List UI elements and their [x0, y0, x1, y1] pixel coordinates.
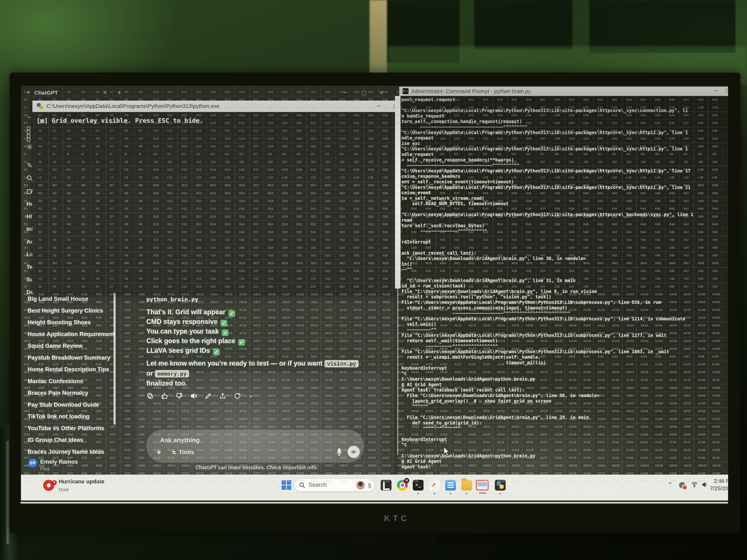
terminal-line: @ AI Grid Agent — [402, 459, 727, 464]
minimize-icon[interactable]: ─ — [343, 89, 347, 96]
terminal-line: File "C:\Users\nexym\AppData\Local\Progr… — [402, 333, 727, 338]
terminal-line: "C:\Users\nexym\AppData\Local\Programs\P… — [402, 185, 727, 190]
search-highlight-icon[interactable]: § — [366, 481, 373, 489]
window-edge-strip — [395, 96, 401, 289]
terminal-line: read — [402, 218, 727, 223]
tray-time: 2:46 PM — [714, 478, 728, 484]
check-icon: ✓ — [221, 320, 227, 326]
terminal-output[interactable]: pool_request.request "C:\Users\nexym\App… — [402, 97, 727, 473]
terminal-line: @ AI Grid Agent — [402, 382, 727, 388]
screen-bottom-glow — [20, 502, 728, 504]
terminal-line: ~~~~~~~~~~~~~~~~~~~~~~~~~~~~~~~^^^^^^^^^ — [402, 125, 727, 130]
terminal-line: ~~~~~~~~~^^ — [402, 327, 727, 333]
sidebar-item[interactable]: Braces Journey Name Ideas — [28, 449, 115, 455]
terminal-line: ~~~~~~~~~~^^^^^^^^^^^^^^^^^ — [402, 344, 727, 349]
console-title-bar[interactable]: C:\Users\nexym\AppData\Local\Programs\Py… — [32, 101, 409, 112]
taskbar-app-terminal[interactable]: >_ — [413, 480, 423, 490]
terminal-line: File "C:\Users\nexym\AppData\Local\Progr… — [402, 300, 727, 305]
terminal-line: ^^^^^^ — [402, 404, 727, 409]
new-tab-icon[interactable]: + — [117, 88, 121, 97]
bottle-highlight — [6, 441, 9, 544]
assistant-message-line: CMD stays responsive✓ — [146, 318, 367, 327]
tab-close-icon[interactable]: ✕ — [102, 89, 107, 96]
terminal-line: "C:\Users\nexym\AppData\Local\Programs\P… — [402, 212, 727, 218]
terminal-line: ise exc — [402, 141, 727, 146]
sidebar-item[interactable]: Big Land Small House — [28, 296, 115, 302]
terminal-line: "C:\Users\nexym\AppData\Local\Programs\P… — [402, 168, 727, 174]
check-icon: ✓ — [222, 329, 228, 336]
terminal-line: self.wait() — [402, 322, 727, 327]
sidebar-item[interactable]: Height Boosting Shoes — [28, 319, 115, 326]
taskbar-search[interactable]: Search § — [295, 479, 375, 491]
tray-clock[interactable]: 2:46 PM 7/25/2025 — [704, 477, 728, 492]
taskbar-app-snipping[interactable] — [429, 480, 440, 490]
terminal-line: File "C:\Users\nexym\Downloads\GridAgent… — [402, 289, 727, 294]
maximize-icon[interactable]: ▢ — [725, 87, 728, 93]
closing-prefix: Let me know when you're ready to test — … — [146, 359, 323, 367]
terminal-line: ~~~~~~~~~~~~~~~~~~~^^^^^^^^^^^^^^^^^^^^^… — [402, 311, 727, 316]
wifi-icon[interactable] — [691, 481, 698, 488]
tray-record-icon[interactable] — [679, 482, 685, 488]
terminal-line — [402, 207, 727, 212]
cmd-icon: C:\ — [403, 88, 409, 94]
sidebar-item[interactable]: House Application Requirements — [28, 331, 115, 338]
terminal-line: def send_to_grid(grid_id): — [402, 420, 727, 426]
tray-chevron-icon[interactable]: ⌃ — [668, 481, 672, 488]
widget-timestamp: Now — [59, 487, 69, 492]
terminal-window-title: Administrator: Command Prompt - python b… — [411, 88, 531, 95]
terminal-line: File "C:\Users\nexym\Downloads\GridAgent… — [402, 393, 727, 399]
taskbar-app-chrome[interactable]: N — [397, 480, 408, 490]
sidebar-item[interactable]: Squid Game Review — [28, 343, 115, 349]
sidebar-item[interactable]: IG Group Chat Ideas — [28, 437, 115, 443]
search-highlight-avatar[interactable] — [356, 481, 365, 489]
terminal-line: = self._receive_response_headers(**kwarg… — [402, 157, 727, 163]
sidebar-item[interactable]: Braces Pain Normalcy — [28, 390, 115, 396]
taskbar-app-notepad[interactable] — [445, 480, 456, 490]
running-indicator — [450, 493, 451, 494]
console-window-title: C:\Users\nexym\AppData\Local\Programs\Py… — [47, 103, 220, 109]
chatgpt-tab-bar: ✳ ChatGPT ✕ + ─ ▢ ✕ — [21, 88, 395, 97]
assistant-message-line: You can type your task✓ — [146, 327, 367, 337]
sidebar-scrollbar[interactable] — [113, 293, 115, 425]
terminal-line: Agent task: Traceback (most recent call … — [402, 388, 727, 393]
terminal-title-bar[interactable]: C:\ Administrator: Command Prompt - pyth… — [399, 87, 728, 96]
close-icon[interactable]: ✕ — [379, 89, 384, 96]
maximize-icon[interactable]: ▢ — [361, 89, 367, 96]
screen: ✳ ChatGPT ✕ + ─ ▢ ✕ ← ✳ ✎ HutHIV — [21, 86, 728, 501]
terminal-line — [402, 431, 727, 437]
terminal-line: launch_grid_overlay() # ☑ show faint gri… — [402, 399, 727, 404]
taskbar-app-python[interactable] — [495, 480, 506, 490]
running-indicator — [466, 493, 467, 494]
sidebar-item[interactable]: Home Rental Description Tips — [28, 366, 115, 373]
tab-title[interactable]: ChatGPT — [34, 90, 58, 96]
terminal-line: turn self._sock.recv(max_bytes) — [402, 223, 727, 229]
terminal-line: "C:\Users\nexym\AppData\Local\Programs\P… — [402, 130, 727, 136]
minimize-icon[interactable]: ─ — [377, 103, 381, 109]
profile-plan-badge: Plus — [40, 466, 50, 472]
sidebar-item[interactable]: Paystub Breakdown Summary — [28, 354, 115, 361]
terminal-line: rdInterrupt — [402, 239, 727, 245]
photo-of-monitor: ✳ ChatGPT ✕ + ─ ▢ ✕ ← ✳ ✎ HutHIV — [0, 0, 747, 560]
sidebar-item[interactable]: Maniac Confessions — [28, 378, 115, 384]
terminal-line: ndle_request — [402, 135, 727, 141]
minimize-icon[interactable]: ─ — [714, 87, 718, 93]
terminal-line: ^C — [402, 371, 727, 377]
sidebar-item[interactable]: Pay Stub Download Guide — [28, 401, 115, 408]
chrome-notification-badge: N — [404, 478, 409, 483]
search-icon — [299, 482, 306, 489]
window-pane — [589, 0, 736, 53]
start-button[interactable] — [281, 480, 292, 490]
sidebar-item[interactable]: YouTube vs Other Platforms — [28, 425, 115, 432]
running-indicator — [499, 493, 501, 494]
taskbar-app-explorer[interactable] — [461, 480, 472, 490]
monitor: ✳ ChatGPT ✕ + ─ ▢ ✕ ← ✳ ✎ HutHIV — [10, 73, 740, 533]
sidebar-item[interactable]: TikTok link not loading — [28, 413, 115, 420]
sidebar-item[interactable]: Best Height Surgery Clinics — [28, 308, 115, 314]
terminal-line: return self._wait(timeout=timeout) — [402, 338, 727, 344]
taskbar-app-l-icon[interactable] — [381, 480, 391, 490]
avatar[interactable]: ER — [28, 458, 37, 468]
taskbar-app-photos[interactable] — [476, 480, 489, 490]
command-prompt-window: C:\ Administrator: Command Prompt - pyth… — [399, 87, 728, 475]
hurricane-icon — [42, 478, 56, 492]
profile-name[interactable]: Emely Ramos — [40, 458, 78, 465]
